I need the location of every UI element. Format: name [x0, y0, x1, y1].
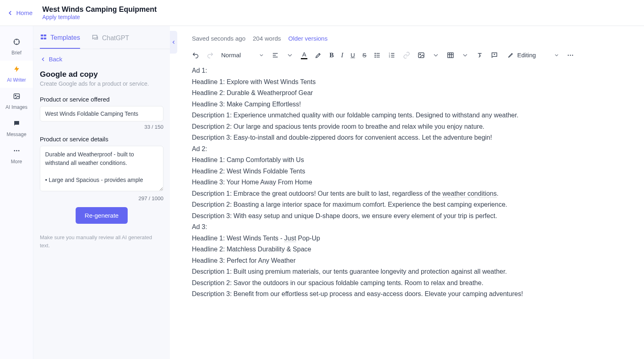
more-tools-button[interactable]	[567, 52, 574, 59]
doc-line[interactable]: Headline 1: West Winds Tents - Just Pop-…	[192, 233, 629, 244]
align-button[interactable]	[272, 52, 279, 59]
image-caret[interactable]	[432, 52, 439, 59]
image-button[interactable]	[418, 52, 425, 59]
doc-line[interactable]: Description 3: Easy-to-install and doubl…	[192, 132, 629, 143]
chevron-down-icon	[259, 52, 264, 58]
field2-counter: 297 / 1000	[40, 195, 163, 201]
editor-area: Saved seconds ago 204 words Older versio…	[177, 26, 644, 359]
field1-label: Product or service offered	[40, 96, 163, 103]
table-caret[interactable]	[461, 52, 469, 59]
numbered-list-button[interactable]: 123	[388, 52, 396, 59]
doc-line[interactable]: Description 2: Our large and spacious te…	[192, 121, 629, 132]
doc-line[interactable]: Description 2: Savor the outdoors in our…	[192, 277, 629, 289]
left-panel: Templates ChatGPT Back Google ad copy Cr…	[33, 26, 170, 359]
comment-button[interactable]	[491, 52, 498, 59]
back-link[interactable]: Back	[40, 56, 163, 63]
highlight-button[interactable]	[315, 52, 322, 59]
doc-line[interactable]: Description 1: Experience unmatched qual…	[192, 110, 629, 121]
rail-message[interactable]: Message	[0, 115, 33, 142]
back-label: Back	[49, 56, 62, 63]
svg-rect-11	[44, 35, 46, 37]
regenerate-button[interactable]: Re-generate	[76, 207, 127, 224]
text-color-button[interactable]: A	[301, 51, 307, 59]
doc-line[interactable]: Description 3: With easy setup and uniqu…	[192, 210, 629, 222]
field2-label: Product or service details	[40, 136, 163, 143]
older-versions-link[interactable]: Older versions	[288, 35, 328, 42]
doc-line[interactable]: Headline 2: West Winds Foldable Tents	[192, 166, 629, 177]
rail-ai-images[interactable]: AI Images	[0, 88, 33, 115]
doc-line[interactable]: Headline 3: Perfect for Any Weather	[192, 255, 629, 266]
svg-text:3: 3	[389, 56, 390, 58]
rail-brief-label: Brief	[11, 50, 22, 56]
paragraph-style-select[interactable]: Normal	[221, 52, 264, 58]
doc-line[interactable]: Headline 2: Matchless Durability & Space	[192, 244, 629, 255]
top-bar: Home West Winds Camping Equipment Apply …	[0, 0, 644, 26]
page-title: West Winds Camping Equipment	[42, 5, 157, 14]
target-icon	[13, 38, 20, 48]
document-content[interactable]: Ad 1:Headline 1: Explore with West Winds…	[192, 65, 629, 300]
doc-line[interactable]: Ad 1:	[192, 65, 629, 76]
tab-templates[interactable]: Templates	[40, 33, 80, 49]
toolbar: Normal A B I U S 123 Editing	[192, 51, 629, 65]
italic-button[interactable]: I	[341, 52, 343, 59]
product-input[interactable]	[40, 106, 163, 121]
clear-format-button[interactable]	[476, 52, 483, 59]
doc-line[interactable]: Headline 3: Your Home Away From Home	[192, 177, 629, 188]
doc-line[interactable]: Description 3: Benefit from our effortle…	[192, 288, 629, 300]
strikethrough-button[interactable]: S	[362, 52, 366, 58]
tab-chatgpt[interactable]: ChatGPT	[91, 34, 129, 48]
doc-line[interactable]: Description 2: Boasting a large interior…	[192, 199, 629, 210]
chevron-left-icon	[7, 9, 14, 17]
link-button[interactable]	[403, 52, 410, 59]
message-icon	[13, 120, 20, 129]
svg-point-38	[570, 54, 571, 56]
svg-rect-31	[448, 53, 453, 58]
rail-more[interactable]: More	[0, 142, 33, 169]
svg-point-6	[15, 95, 16, 96]
doc-line[interactable]: Ad 3:	[192, 221, 629, 233]
saved-status: Saved seconds ago	[192, 35, 246, 42]
editing-mode-select[interactable]: Editing	[508, 52, 559, 58]
word-count: 204 words	[253, 35, 281, 42]
templates-icon	[40, 33, 47, 42]
align-caret[interactable]	[286, 52, 294, 59]
rail-ai-images-label: AI Images	[5, 104, 27, 110]
mode-label: Editing	[517, 52, 536, 58]
doc-line[interactable]: Headline 2: Durable & Weatherproof Gear	[192, 87, 629, 99]
collapse-panel-handle[interactable]	[170, 31, 177, 54]
rail-brief[interactable]: Brief	[0, 33, 33, 61]
svg-rect-12	[41, 38, 43, 40]
apply-template-link[interactable]: Apply template	[42, 14, 157, 20]
chat-icon	[91, 34, 99, 43]
svg-point-8	[16, 150, 17, 151]
pen-icon	[508, 52, 514, 58]
dots-icon	[13, 147, 20, 156]
table-button[interactable]	[447, 52, 454, 59]
doc-line[interactable]: Headline 1: Camp Comfortably with Us	[192, 154, 629, 166]
details-textarea[interactable]	[40, 146, 163, 191]
doc-line[interactable]: Ad 2:	[192, 143, 629, 155]
rail-ai-writer[interactable]: AI Writer	[0, 61, 33, 88]
underline-button[interactable]: U	[350, 52, 355, 58]
tab-chatgpt-label: ChatGPT	[102, 35, 129, 42]
style-label: Normal	[221, 52, 241, 58]
home-link[interactable]: Home	[7, 9, 33, 17]
svg-point-39	[572, 54, 573, 56]
bullet-list-button[interactable]	[374, 52, 381, 59]
rail-more-label: More	[11, 159, 22, 164]
doc-line[interactable]: Description 1: Embrace the great outdoor…	[192, 188, 629, 199]
undo-button[interactable]	[192, 52, 199, 59]
svg-point-30	[420, 54, 420, 55]
status-row: Saved seconds ago 204 words Older versio…	[192, 35, 629, 42]
svg-point-37	[568, 54, 569, 56]
svg-rect-10	[41, 35, 43, 37]
panel-footnote: Make sure you manually review all AI gen…	[40, 234, 163, 249]
chevron-left-icon	[171, 39, 176, 45]
doc-line[interactable]: Description 1: Built using premium mater…	[192, 266, 629, 277]
rail-ai-writer-label: AI Writer	[7, 77, 26, 83]
redo-button[interactable]	[207, 52, 214, 59]
doc-line[interactable]: Headline 1: Explore with West Winds Tent…	[192, 76, 629, 88]
bold-button[interactable]: B	[329, 52, 334, 59]
chevron-down-icon	[554, 52, 559, 58]
doc-line[interactable]: Headline 3: Make Camping Effortless!	[192, 99, 629, 110]
